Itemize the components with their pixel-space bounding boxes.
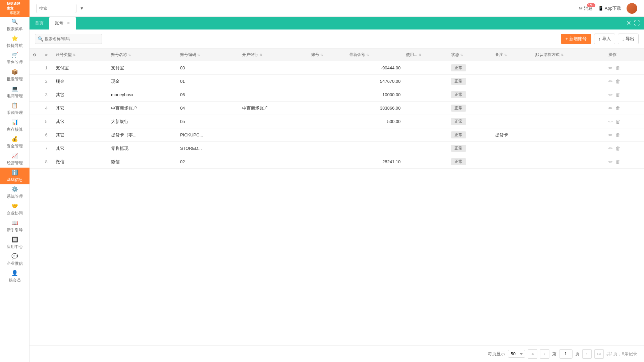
import-button[interactable]: ↑ 导入 bbox=[594, 34, 615, 44]
sidebar-item-newbie-guide[interactable]: 📖 新手引导 bbox=[0, 218, 30, 235]
col-name-label: 账号名称 bbox=[111, 52, 127, 57]
col-account-label: 账号 bbox=[311, 52, 319, 57]
row-type: 其它 bbox=[53, 88, 108, 102]
fullscreen-icon[interactable]: ⛶ bbox=[634, 20, 640, 27]
per-page-select[interactable]: 50 100 200 bbox=[508, 350, 525, 358]
export-button[interactable]: ↓ 导出 bbox=[618, 34, 639, 44]
row-action: ✏ 🗑 bbox=[606, 61, 644, 75]
table-body: 1 支付宝 支付宝 03 -90444.00 正常 ✏ 🗑 2 现金 现金 01 bbox=[30, 61, 644, 169]
topbar-search-input[interactable] bbox=[36, 4, 76, 13]
col-bank[interactable]: 开户银行 ⇅ bbox=[239, 49, 309, 61]
delete-icon[interactable]: 🗑 bbox=[615, 159, 621, 165]
row-name: 微信 bbox=[108, 155, 177, 169]
wechat-icon: 💬 bbox=[11, 253, 18, 259]
col-balance-label: 最新余额 bbox=[349, 52, 365, 57]
row-balance: 28241.10 bbox=[346, 155, 404, 169]
system-icon: ⚙️ bbox=[11, 186, 18, 192]
status-badge: 正常 bbox=[451, 131, 466, 138]
prev-page-button[interactable]: ‹ bbox=[540, 349, 549, 359]
avatar[interactable] bbox=[627, 3, 637, 14]
edit-icon[interactable]: ✏ bbox=[608, 92, 613, 98]
last-page-button[interactable]: ⏭ bbox=[594, 349, 604, 359]
add-account-button[interactable]: + 新增账号 bbox=[561, 34, 591, 44]
edit-icon[interactable]: ✏ bbox=[608, 105, 613, 111]
sidebar-item-system-manage[interactable]: ⚙️ 系统管理 bbox=[0, 184, 30, 201]
app-icon: 📱 bbox=[598, 6, 603, 11]
col-balance[interactable]: 最新余额 ⇅ bbox=[346, 49, 404, 61]
row-bank bbox=[239, 115, 309, 128]
col-status[interactable]: 状态 ⇅ bbox=[448, 49, 492, 61]
edit-icon[interactable]: ✏ bbox=[608, 132, 613, 138]
delete-icon[interactable]: 🗑 bbox=[615, 105, 621, 111]
sort-settle-icon: ⇅ bbox=[561, 53, 564, 57]
tab-home[interactable]: 首页 bbox=[30, 17, 49, 29]
close-window-icon[interactable]: ✕ bbox=[626, 19, 631, 27]
col-code[interactable]: 账号编码 ⇅ bbox=[177, 49, 239, 61]
table-row: 1 支付宝 支付宝 03 -90444.00 正常 ✏ 🗑 bbox=[30, 61, 644, 75]
edit-icon[interactable]: ✏ bbox=[608, 119, 613, 125]
sidebar-item-enterprise-agree[interactable]: 🤝 企业协同 bbox=[0, 201, 30, 218]
tab-account-label: 账号 bbox=[55, 20, 63, 26]
action-icons: ✏ 🗑 bbox=[608, 78, 641, 84]
app-download-button[interactable]: 📱 App下载 bbox=[598, 5, 621, 11]
delete-icon[interactable]: 🗑 bbox=[615, 65, 621, 71]
sidebar-item-label: 基础信息 bbox=[7, 177, 23, 183]
row-account bbox=[309, 115, 346, 128]
col-code-label: 账号编码 bbox=[180, 52, 196, 57]
tab-account[interactable]: 账号 ✕ bbox=[49, 17, 76, 29]
sort-type-icon: ⇅ bbox=[73, 53, 75, 57]
delete-icon[interactable]: 🗑 bbox=[615, 132, 621, 138]
sidebar-item-club-member[interactable]: 👤 畅会员 bbox=[0, 268, 30, 285]
edit-icon[interactable]: ✏ bbox=[608, 78, 613, 84]
logo: 畅捷通好生意 乐惠版 bbox=[0, 0, 30, 17]
sidebar-item-finance-manage[interactable]: 💰 资金管理 bbox=[0, 134, 30, 151]
delete-icon[interactable]: 🗑 bbox=[615, 92, 621, 98]
delete-icon[interactable]: 🗑 bbox=[615, 145, 621, 151]
col-type[interactable]: 账号类型 ⇅ bbox=[53, 49, 108, 61]
sidebar-item-retail-manage[interactable]: 🛒 零售管理 bbox=[0, 50, 30, 67]
col-remark[interactable]: 备注 ⇅ bbox=[492, 49, 533, 61]
delete-icon[interactable]: 🗑 bbox=[615, 119, 621, 124]
search-wrap: 🔍 bbox=[35, 34, 102, 44]
page-input[interactable] bbox=[559, 349, 573, 359]
sort-name-icon: ⇅ bbox=[128, 53, 131, 57]
row-num: 3 bbox=[40, 88, 53, 102]
col-settings[interactable]: ⚙ bbox=[30, 49, 40, 61]
row-usage bbox=[403, 115, 448, 128]
sidebar-item-label: 资金管理 bbox=[7, 143, 23, 149]
row-num: 6 bbox=[40, 128, 53, 142]
app-label: App下载 bbox=[605, 5, 621, 11]
first-page-button[interactable]: ⏮ bbox=[528, 349, 537, 359]
sidebar-item-purchase-manage[interactable]: 📋 采购管理 bbox=[0, 101, 30, 117]
row-code: 03 bbox=[177, 61, 239, 75]
col-usage[interactable]: 使用... ⇅ bbox=[403, 49, 448, 61]
sidebar-item-search-menu[interactable]: 🔍 搜索菜单 bbox=[0, 17, 30, 34]
import-icon: ↑ bbox=[598, 37, 601, 42]
edit-icon[interactable]: ✏ bbox=[608, 159, 613, 165]
logo-line1: 畅捷通好生意 bbox=[7, 1, 23, 11]
col-account[interactable]: 账号 ⇅ bbox=[309, 49, 346, 61]
row-account bbox=[309, 75, 346, 88]
sidebar-item-operation-manage[interactable]: 📈 经营管理 bbox=[0, 151, 30, 168]
edit-icon[interactable]: ✏ bbox=[608, 145, 613, 152]
message-button[interactable]: ✉ 消息 99+ bbox=[579, 5, 593, 11]
next-page-button[interactable]: › bbox=[582, 349, 592, 359]
sidebar-item-ecommerce-manage[interactable]: 💻 电商管理 bbox=[0, 84, 30, 101]
sidebar-item-basic-info[interactable]: ℹ️ 基础信息 bbox=[0, 168, 30, 184]
search-input[interactable] bbox=[35, 34, 102, 44]
sidebar-item-quick-nav[interactable]: ⭐ 快捷导航 bbox=[0, 34, 30, 50]
sidebar-item-wholesale-manage[interactable]: 📦 批发管理 bbox=[0, 67, 30, 84]
row-status: 正常 bbox=[448, 155, 492, 169]
row-name: 提货卡（零... bbox=[108, 128, 177, 142]
sidebar-item-inventory-check[interactable]: 📊 库存核算 bbox=[0, 117, 30, 134]
topbar-dropdown[interactable]: ▼ bbox=[80, 6, 84, 11]
edit-icon[interactable]: ✏ bbox=[608, 65, 613, 71]
col-name[interactable]: 账号名称 ⇅ bbox=[108, 49, 177, 61]
sidebar-item-app-center[interactable]: 🔲 应用中心 bbox=[0, 235, 30, 251]
action-icons: ✏ 🗑 bbox=[608, 105, 641, 111]
ecommerce-icon: 💻 bbox=[11, 85, 18, 92]
sidebar-item-enterprise-wechat[interactable]: 💬 企业微信 bbox=[0, 251, 30, 268]
col-default-settle[interactable]: 默认结算方式 ⇅ bbox=[533, 49, 606, 61]
tab-account-close[interactable]: ✕ bbox=[67, 21, 70, 25]
delete-icon[interactable]: 🗑 bbox=[615, 78, 621, 84]
